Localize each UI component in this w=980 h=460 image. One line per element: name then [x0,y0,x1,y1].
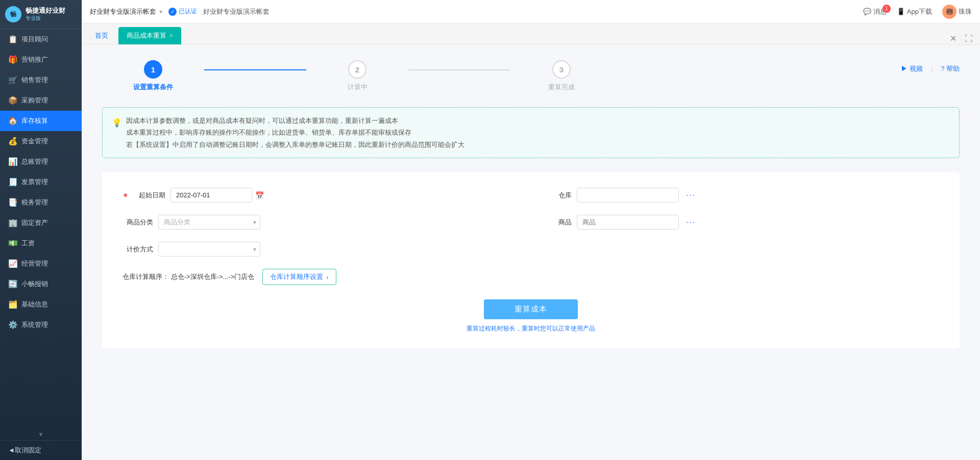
info-content: 因成本计算参数调整，或是对商品成本有疑问时，可以通过成本重算功能，重新计算一遍成… [126,115,464,150]
step-3-circle: 3 [552,60,571,79]
step-line-1 [204,69,306,70]
warehouse-order-settings-button[interactable]: 仓库计算顺序设置 › [262,269,336,285]
sidebar-item-purchase[interactable]: 📦 采购管理 [0,90,82,111]
user-avatar[interactable]: 🐻 珠珠 [942,5,972,19]
tabbar: 首页 商品成本重算 × ✕ ⛶ [82,23,980,45]
sidebar-item-invoice[interactable]: 🧾 发票管理 [0,172,82,192]
sidebar-item-sales[interactable]: 🛒 销售管理 [0,70,82,90]
required-star: ★ [122,191,129,199]
sidebar-item-assets[interactable]: 🏢 固定资产 [0,213,82,233]
recalculate-button[interactable]: 重算成本 [484,299,578,319]
ledger-icon: 📊 [8,157,17,166]
salary-icon: 💵 [8,239,17,248]
sidebar: 畅 畅捷通好业财 专业版 📋 项目顾问 🎁 营销推广 🛒 销售管理 📦 采购管理… [0,0,82,460]
basic-icon: 🗂️ [8,300,17,309]
system-icon: ⚙️ [8,320,17,329]
expand-tab-button[interactable]: ⛶ [963,33,975,44]
warehouse-order-row: 仓库计算顺序： 总仓->深圳仓库->...->门店仓 仓库计算顺序设置 › [122,269,939,285]
sidebar-item-label: 营销推广 [21,55,48,64]
user-name: 珠珠 [959,7,972,16]
tab-close-button[interactable]: × [169,32,173,39]
category-select[interactable]: 商品分类 [158,215,260,229]
message-badge: 1 [883,5,891,13]
warehouse-input[interactable] [577,188,679,202]
sidebar-item-project[interactable]: 📋 项目顾问 [0,29,82,49]
step-3-label: 重算完成 [548,83,575,92]
pricing-select-wrapper [158,242,260,257]
tab-home[interactable]: 首页 [87,27,116,44]
sidebar-logo: 畅 畅捷通好业财 专业版 [0,0,82,29]
verified-icon: ✓ [168,8,177,16]
calendar-icon[interactable]: 📅 [255,191,264,199]
topbar: 好业财专业版演示帐套 ▾ ✓ 已认证 好业财专业版演示帐套 💬 消息 1 📱 A… [82,0,980,23]
chevron-down-icon: ▾ [159,8,162,15]
tab-recalculate[interactable]: 商品成本重算 × [118,27,181,44]
sidebar-item-finance[interactable]: 💰 资金管理 [0,131,82,151]
message-button[interactable]: 💬 消息 1 [863,7,887,16]
sidebar-item-label: 系统管理 [21,320,48,329]
topbar-right: 💬 消息 1 📱 App下载 🐻 珠珠 [863,5,972,19]
account-selector[interactable]: 好业财专业版演示帐套 ▾ [90,7,162,16]
warehouse-field: 仓库 ··· [541,188,939,202]
sidebar-item-inventory[interactable]: 🏠 库存核算 [0,111,82,131]
project-icon: 📋 [8,35,17,44]
warehouse-order-value: 总仓->深圳仓库->...->门店仓 [171,273,255,280]
operations-icon: 📈 [8,259,17,268]
sidebar-item-label: 项目顾问 [21,35,48,44]
sidebar-item-label: 经营管理 [21,259,48,268]
help-link[interactable]: ? 帮助 [941,64,960,73]
category-label: 商品分类 [122,218,153,227]
pricing-select[interactable] [158,242,260,257]
sidebar-item-label: 库存核算 [21,116,48,125]
tab-label: 商品成本重算 [127,31,166,40]
warehouse-order-label: 仓库计算顺序： 总仓->深圳仓库->...->门店仓 [122,272,254,282]
sidebar-item-tax[interactable]: 📑 税务管理 [0,192,82,213]
sidebar-unpin-button[interactable]: ◄取消固定 [0,440,82,460]
sidebar-item-operations[interactable]: 📈 经营管理 [0,253,82,274]
unpin-label: ◄取消固定 [8,446,41,455]
sidebar-item-system[interactable]: ⚙️ 系统管理 [0,315,82,335]
assets-icon: 🏢 [8,218,17,227]
step-2-label: 计算中 [348,83,368,92]
sales-icon: 🛒 [8,75,17,85]
category-select-wrapper: 商品分类 [158,215,260,229]
category-field: 商品分类 商品分类 [122,215,521,229]
info-line-3: 若【系统设置】中启用了自动调整记账日期时，会调整入库单的整单记账日期，因此重新计… [126,139,464,150]
sidebar-item-basic[interactable]: 🗂️ 基础信息 [0,294,82,315]
verified-label: 已认证 [179,7,197,16]
sidebar-item-label: 总账管理 [21,157,48,166]
sidebar-item-ledger[interactable]: 📊 总账管理 [0,151,82,172]
close-tab-button[interactable]: ✕ [948,33,959,44]
purchase-icon: 📦 [8,96,17,105]
step-line-2 [408,69,510,70]
sidebar-item-label: 固定资产 [21,218,48,227]
form-row-2: 商品分类 商品分类 商品 ··· [122,215,939,229]
product-input[interactable] [577,215,679,229]
product-field: 商品 ··· [541,215,939,229]
form-row-1: ★ 起始日期 📅 仓库 ··· [122,188,939,202]
step-1: 1 设置重算条件 [102,60,204,92]
phone-icon: 📱 [897,8,905,15]
sidebar-item-label: 基础信息 [21,300,48,309]
info-box: 💡 因成本计算参数调整，或是对商品成本有疑问时，可以通过成本重算功能，重新计算一… [102,107,960,158]
sidebar-item-label: 销售管理 [21,75,48,85]
product-label: 商品 [541,218,572,227]
scroll-indicator: ▼ [0,429,82,440]
sidebar-item-salary[interactable]: 💵 工资 [0,233,82,253]
recalc-section: 重算成本 重算过程耗时较长，重算时您可以正常使用产品 [122,299,939,333]
date-input-wrapper: 📅 [170,188,264,202]
finance-icon: 💰 [8,137,17,146]
recalc-hint: 重算过程耗时较长，重算时您可以正常使用产品 [467,324,595,333]
sidebar-item-label: 小畅报销 [21,279,48,289]
warehouse-more-button[interactable]: ··· [684,189,698,202]
home-label: 首页 [95,31,108,40]
warehouse-order-btn-label: 仓库计算顺序设置 [270,272,323,282]
start-date-input[interactable] [170,188,252,202]
product-more-button[interactable]: ··· [684,216,698,229]
sidebar-item-expense[interactable]: 🔄 小畅报销 [0,274,82,294]
app-download-button[interactable]: 📱 App下载 [897,7,932,16]
expense-icon: 🔄 [8,279,17,289]
avatar: 🐻 [942,5,957,19]
video-link[interactable]: ▶ 视频 [901,64,923,73]
sidebar-item-marketing[interactable]: 🎁 营销推广 [0,49,82,70]
